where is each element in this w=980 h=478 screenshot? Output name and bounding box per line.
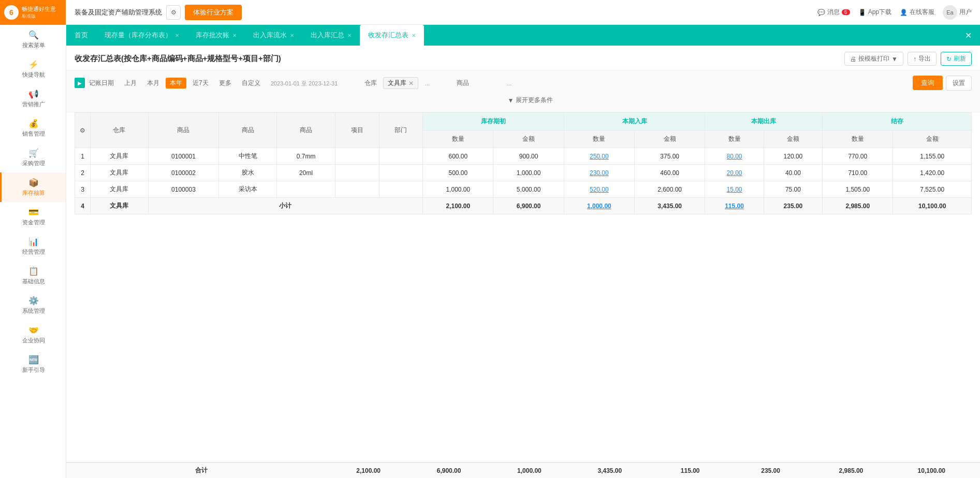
message-label: 消息: [827, 8, 840, 17]
table-row: 3 文具库 0100003 采访本 1,000.00 5,000.00 520.…: [75, 181, 972, 198]
sidebar-item-sales[interactable]: 💰销售管理: [0, 113, 66, 143]
sidebar-item-basic[interactable]: 📋基础信息: [0, 261, 66, 291]
message-button[interactable]: 💬 消息 6: [817, 8, 850, 17]
tab-recv-send[interactable]: 收发存汇总表✕: [360, 25, 424, 46]
refresh-label: 刷新: [954, 54, 966, 63]
tab-close-inventory-dist[interactable]: ✕: [175, 33, 179, 38]
sidebar-item-purchase[interactable]: 🛒采购管理: [0, 143, 66, 172]
expand-icon: ▼: [508, 97, 514, 104]
total-bal-qty: 2,985.00: [811, 467, 891, 474]
sidebar-item-marketing[interactable]: 📢营销推广: [0, 84, 66, 113]
set-button[interactable]: 设置: [946, 76, 972, 91]
row3-in-qty[interactable]: 520.00: [564, 181, 634, 198]
row2-out-qty[interactable]: 20.00: [705, 165, 764, 181]
filter-collapse-button[interactable]: ▶: [75, 78, 85, 88]
warehouse-col-header: 仓库: [91, 113, 149, 148]
expand-more-button[interactable]: ▼ 展开更多条件: [508, 96, 553, 105]
row1-in-qty[interactable]: 250.00: [564, 148, 634, 165]
sidebar-item-finance[interactable]: 💳资金管理: [0, 202, 66, 231]
print-icon: 🖨: [850, 55, 856, 63]
warehouse-more[interactable]: ...: [425, 80, 430, 87]
finance-icon: 💳: [28, 207, 39, 217]
sidebar-item-marketing-label: 营销推广: [22, 100, 45, 108]
open-amt-header: 金额: [493, 131, 564, 148]
query-button[interactable]: 查询: [913, 76, 943, 90]
subtotal-in-qty: 1,000.00: [564, 198, 634, 214]
sidebar-item-guide[interactable]: 🆕新手引导: [0, 350, 66, 379]
row3-bal-qty: 1,505.00: [823, 181, 893, 198]
user-menu-button[interactable]: Ea 用户: [943, 5, 972, 20]
tab-inventory-dist[interactable]: 现存量（库存分布表）✕: [96, 25, 187, 46]
chevron-down-icon: ▼: [891, 55, 898, 63]
app-download-button[interactable]: 📱 App下载: [858, 8, 891, 17]
print-button[interactable]: 🖨 按模板打印 ▼: [844, 52, 903, 66]
goods-more[interactable]: ...: [506, 80, 511, 87]
tab-flow[interactable]: 出入库流水✕: [245, 25, 302, 46]
warehouse-tag-text: 文具库: [388, 79, 406, 88]
header-settings-button[interactable]: ⚙: [166, 5, 181, 20]
tab-summary[interactable]: 出入库汇总✕: [302, 25, 360, 46]
warehouse-tag[interactable]: 文具库 ✕: [383, 77, 418, 89]
logo-icon: 6: [4, 5, 19, 20]
business-icon: 📊: [28, 237, 39, 247]
total-in-qty: 1,000.00: [489, 467, 569, 474]
sidebar-item-system[interactable]: ⚙️系统管理: [0, 291, 66, 320]
tab-close-summary[interactable]: ✕: [347, 33, 352, 38]
date-btn-last-month[interactable]: 上月: [120, 78, 141, 89]
online-service-button[interactable]: 👤 在线客服: [900, 8, 934, 17]
row2-in-qty[interactable]: 230.00: [564, 165, 634, 181]
opening-group-header: 库存期初: [423, 113, 564, 131]
table-settings-icon[interactable]: ⚙: [80, 127, 85, 134]
enterprise-icon: 🤝: [28, 325, 39, 335]
message-badge: 6: [842, 9, 850, 15]
row3-out-amt: 75.00: [764, 181, 822, 198]
date-filter-label: 记账日期: [89, 79, 114, 88]
data-table: ⚙ 仓库 商品 商品 商品 项目 部门 库存期初 本期入库 本期出库 结存: [75, 112, 972, 214]
row1-out-qty[interactable]: 80.00: [705, 148, 764, 165]
row2-no: 2: [75, 165, 91, 181]
subtotal-out-amt: 235.00: [764, 198, 822, 214]
page-header: 收发存汇总表(按仓库+商品编码+商品+规格型号+项目+部门) 🖨 按模板打印 ▼…: [66, 46, 980, 70]
settings-col-header: ⚙: [75, 113, 91, 148]
row2-warehouse: 文具库: [91, 165, 149, 181]
row2-open-amt: 1,000.00: [493, 165, 564, 181]
date-btn-this-month[interactable]: 本月: [143, 78, 164, 89]
avatar: Ea: [943, 5, 957, 20]
warehouse-tag-remove[interactable]: ✕: [408, 80, 414, 87]
export-label: 导出: [918, 54, 931, 63]
date-btn-this-year[interactable]: 本年: [166, 78, 186, 89]
sidebar-item-inventory[interactable]: 📦库存核算: [0, 172, 66, 202]
warehouse-tag-group: 文具库 ✕: [383, 77, 418, 89]
print-label: 按模板打印: [858, 54, 889, 63]
export-button[interactable]: ↑ 导出: [908, 52, 937, 66]
row3-goods-code: 0100003: [148, 181, 218, 198]
total-out-amt: 235.00: [730, 467, 811, 474]
tab-close-recv-send[interactable]: ✕: [412, 33, 416, 38]
tab-batch[interactable]: 库存批次账✕: [187, 25, 245, 46]
row1-no: 1: [75, 148, 91, 165]
row1-out-amt: 120.00: [764, 148, 822, 165]
sidebar-item-quick[interactable]: ⚡快捷导航: [0, 54, 66, 84]
tab-close-batch[interactable]: ✕: [232, 33, 237, 38]
date-btn-7days[interactable]: 近7天: [188, 78, 213, 89]
trial-button[interactable]: 体验行业方案: [185, 5, 242, 20]
online-service-label: 在线客服: [910, 8, 934, 17]
date-btn-custom[interactable]: 自定义: [238, 78, 265, 89]
out-amt-header: 金额: [764, 131, 822, 148]
user-label: 用户: [959, 8, 972, 17]
date-btn-more[interactable]: 更多: [215, 78, 236, 89]
in-qty-header: 数量: [564, 131, 634, 148]
tab-bar-close-button[interactable]: ✕: [957, 31, 980, 40]
refresh-button[interactable]: ↻ 刷新: [941, 52, 972, 66]
tab-home[interactable]: 首页: [66, 25, 96, 46]
row3-goods-name: 采访本: [219, 181, 277, 198]
sidebar-item-search[interactable]: 🔍搜索菜单: [0, 25, 66, 54]
sidebar-item-enterprise[interactable]: 🤝企业协同: [0, 320, 66, 350]
row2-open-qty: 500.00: [423, 165, 493, 181]
tab-close-flow[interactable]: ✕: [290, 33, 294, 38]
sidebar-item-business[interactable]: 📊经营管理: [0, 231, 66, 261]
sales-icon: 💰: [28, 119, 39, 128]
row3-out-qty[interactable]: 15.00: [705, 181, 764, 198]
sidebar-item-finance-label: 资金管理: [22, 219, 45, 226]
system-icon: ⚙️: [28, 296, 39, 306]
